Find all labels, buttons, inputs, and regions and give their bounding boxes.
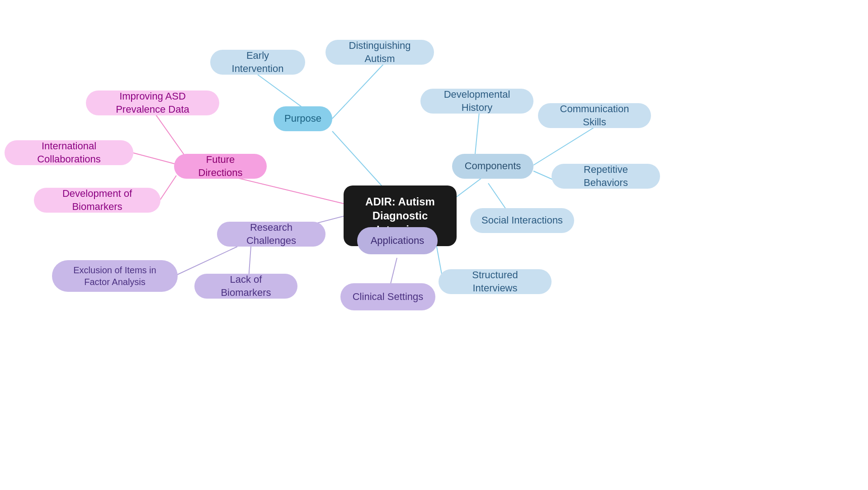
research-challenges-node: Research Challenges: [217, 222, 326, 247]
svg-line-4: [475, 112, 479, 158]
improving-asd-node: Improving ASD Prevalence Data: [86, 90, 219, 115]
purpose-node: Purpose: [274, 106, 332, 131]
exclusion-items-node: Exclusion of Items in Factor Analysis: [52, 260, 178, 292]
social-interactions-node: Social Interactions: [470, 208, 574, 233]
svg-line-2: [332, 63, 384, 119]
applications-node: Applications: [357, 227, 438, 254]
svg-line-10: [133, 153, 176, 164]
communication-skills-node: Communication Skills: [538, 103, 651, 128]
svg-line-11: [158, 176, 176, 203]
developmental-history-node: Developmental History: [420, 89, 533, 114]
svg-line-13: [176, 247, 237, 275]
clinical-settings-node: Clinical Settings: [340, 283, 435, 310]
development-biomarkers-node: Development of Biomarkers: [34, 188, 160, 213]
early-intervention-node: Early Intervention: [210, 50, 305, 75]
distinguishing-autism-node: Distinguishing Autism: [326, 40, 434, 65]
repetitive-behaviors-node: Repetitive Behaviors: [552, 164, 660, 189]
svg-line-5: [533, 126, 597, 165]
structured-interviews-node: Structured Interviews: [439, 269, 552, 294]
lack-biomarkers-node: Lack of Biomarkers: [194, 274, 297, 299]
international-collaborations-node: International Collaborations: [5, 140, 133, 165]
components-node: Components: [452, 154, 533, 179]
future-directions-node: Future Directions: [174, 154, 267, 179]
